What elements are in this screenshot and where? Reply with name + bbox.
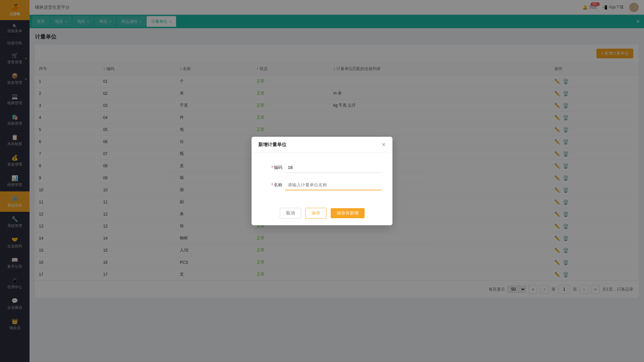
code-label: *编码 (262, 165, 282, 171)
name-label: *名称 (262, 182, 282, 188)
modal-body: *编码 *名称 (252, 153, 392, 204)
modal-title: 新增计量单位 (258, 142, 286, 148)
code-input[interactable] (285, 162, 382, 173)
required-star: * (271, 165, 273, 170)
save-button[interactable]: 保存 (305, 208, 327, 219)
form-row-code: *编码 (262, 162, 382, 173)
name-input[interactable] (285, 180, 382, 190)
save-and-new-button[interactable]: 保存并新增 (331, 208, 365, 218)
add-unit-modal: 新增计量单位 ✕ *编码 *名称 取消 保存 保存并新增 (252, 137, 392, 225)
required-star-2: * (271, 182, 273, 187)
modal-footer: 取消 保存 保存并新增 (252, 204, 392, 225)
modal-overlay: 新增计量单位 ✕ *编码 *名称 取消 保存 保存并新增 (0, 0, 644, 362)
modal-close-icon[interactable]: ✕ (381, 141, 386, 148)
cancel-button[interactable]: 取消 (280, 208, 301, 219)
modal-header: 新增计量单位 ✕ (252, 137, 392, 153)
form-row-name: *名称 (262, 180, 382, 190)
